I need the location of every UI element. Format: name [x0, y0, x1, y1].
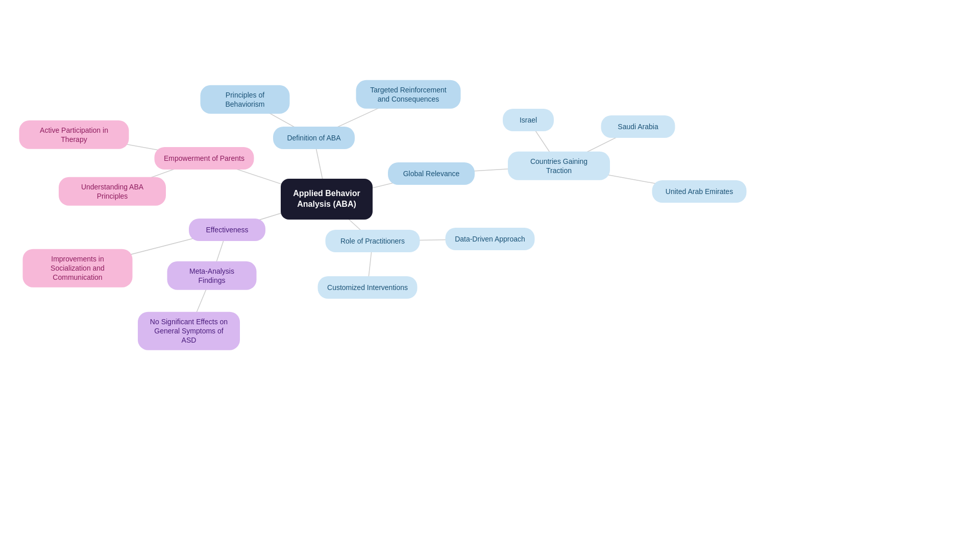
node-nosignificant[interactable]: No Significant Effects on General Sympto…	[138, 312, 240, 350]
node-understanding[interactable]: Understanding ABA Principles	[59, 177, 166, 206]
node-definition[interactable]: Definition of ABA	[273, 127, 355, 149]
node-improvements[interactable]: Improvements in Socialization and Commun…	[23, 249, 133, 287]
node-principles[interactable]: Principles of Behaviorism	[201, 85, 290, 114]
node-role[interactable]: Role of Practitioners	[326, 230, 420, 252]
node-datadriven[interactable]: Data-Driven Approach	[446, 228, 535, 250]
node-active[interactable]: Active Participation in Therapy	[19, 121, 129, 149]
node-uae[interactable]: United Arab Emirates	[652, 180, 747, 203]
mind-map: Applied Behavior Analysis (ABA)Principle…	[0, 0, 980, 553]
node-effectiveness[interactable]: Effectiveness	[189, 219, 265, 241]
connection-lines	[0, 0, 980, 553]
node-israel[interactable]: Israel	[503, 109, 554, 131]
node-global[interactable]: Global Relevance	[388, 162, 475, 185]
node-meta[interactable]: Meta-Analysis Findings	[167, 261, 257, 290]
node-countries[interactable]: Countries Gaining Traction	[508, 152, 610, 180]
node-empowerment[interactable]: Empowerment of Parents	[155, 147, 254, 170]
node-targeted[interactable]: Targeted Reinforcement and Consequences	[356, 80, 461, 109]
node-saudi[interactable]: Saudi Arabia	[601, 115, 675, 138]
center-node[interactable]: Applied Behavior Analysis (ABA)	[281, 179, 373, 220]
node-customized[interactable]: Customized Interventions	[318, 276, 418, 299]
